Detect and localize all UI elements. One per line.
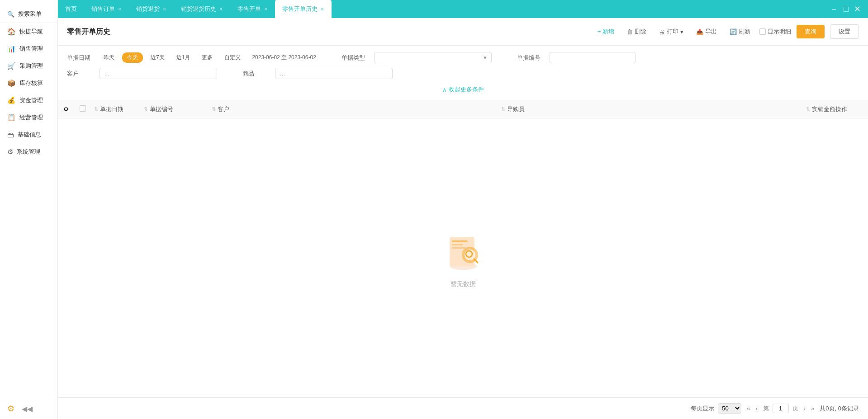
settings-button[interactable]: ⚙ [7,404,14,414]
query-button[interactable]: 查询 [797,25,825,38]
date-7days[interactable]: 近7天 [147,52,169,63]
sidebar-item-purchase[interactable]: 🛒 采购管理 [0,57,57,75]
pagination: 每页显示 10 20 50 100 « ‹ 第 页 › » 共0页, 0条记录 [58,397,868,419]
page-next-button[interactable]: › [802,404,807,413]
page-title: 零售开单历史 [67,27,110,37]
col-customer[interactable]: ⇅ 客户 [212,105,501,113]
page-nav: « ‹ 第 页 › » [745,404,816,414]
tab-retail-history[interactable]: 零售开单历史 ✕ [275,0,332,18]
tab-return[interactable]: 销货退货 ✕ [129,0,174,18]
sidebar-item-operation[interactable]: 📋 经营管理 [0,109,57,126]
window-maximize-button[interactable]: □ [844,5,849,14]
page-input[interactable] [773,404,789,413]
export-icon: 📤 [696,28,703,35]
tab-retail-history-close[interactable]: ✕ [320,6,324,12]
date-1month[interactable]: 近1月 [172,52,194,63]
select-all-checkbox[interactable] [80,105,86,112]
display-detail-checkbox[interactable] [759,28,766,35]
date-today[interactable]: 今天 [122,52,143,63]
delete-button[interactable]: 🗑 删除 [623,26,650,38]
sidebar-item-label: 销售管理 [19,45,43,53]
date-more[interactable]: 更多 [198,52,217,63]
col-check[interactable] [80,105,94,113]
export-button[interactable]: 📤 导出 [693,26,721,38]
display-detail-label: 显示明细 [768,28,791,36]
sidebar-item-label: 基础信息 [18,131,41,139]
window-minimize-button[interactable]: － [830,4,838,14]
collapse-button[interactable]: ∧ 收起更多条件 [442,85,484,94]
tab-home[interactable]: 首页 [58,0,84,18]
date-yesterday[interactable]: 昨天 [100,52,119,63]
search-icon: 🔍 [7,11,14,18]
setting-button[interactable]: 设置 [830,24,859,39]
tab-return-close[interactable]: ✕ [162,6,166,12]
date-range-display: 2023-06-02 至 2023-06-02 [252,54,316,61]
add-button[interactable]: + 新增 [594,26,618,38]
tab-return-history-label: 销货退货历史 [181,5,216,13]
page-prev-button[interactable]: ‹ [754,404,759,413]
finance-icon: 💰 [7,96,16,104]
chevron-up-icon: ∧ [442,86,447,93]
sidebar-collapse-button[interactable]: ◀◀ [22,405,33,413]
page-last-button[interactable]: » [809,404,816,413]
col-guide[interactable]: ⇅ 导购员 [501,105,546,113]
goods-input[interactable]: ... [275,68,393,79]
col-num[interactable]: ⇅ 单据编号 [144,105,212,113]
sidebar-item-inventory[interactable]: 📦 库存核算 [0,75,57,92]
sidebar-nav: 🔍 搜索采单 🏠 快捷导航 📊 销售管理 🛒 采购管理 📦 库存核算 💰 资金管… [0,0,57,398]
col-settings[interactable]: ⚙ [63,106,80,113]
print-button[interactable]: 🖨 打印 ▾ [655,26,687,38]
operation-icon: 📋 [7,113,16,122]
date-filter: 昨天 今天 近7天 近1月 更多 自定义 2023-06-02 至 2023-0… [100,52,316,63]
col-amount[interactable]: ⇅ 实销金额 [546,105,836,113]
sort-icon: ⇅ [94,106,98,112]
customer-input[interactable]: ... [100,68,217,79]
col-guide-label: 导购员 [507,105,525,113]
tab-sales-order[interactable]: 销售订单 ✕ [84,0,129,18]
sort-icon: ⇅ [501,106,505,112]
sidebar-item-quicknav[interactable]: 🏠 快捷导航 [0,23,57,40]
empty-state: 暂无数据 [58,118,868,397]
print-dropdown-icon: ▾ [680,28,683,35]
sidebar-bottom: ⚙ ◀◀ [0,398,57,419]
page-first-button[interactable]: « [745,404,752,413]
col-ops-label: 操作 [835,105,847,113]
refresh-button[interactable]: 🔄 刷新 [726,26,754,38]
tab-bar: 首页 销售订单 ✕ 销货退货 ✕ 销货退货历史 ✕ 零售开单 ✕ 零售开单历史 … [58,0,868,18]
per-page-select[interactable]: 10 20 50 100 [718,403,741,414]
page-word: 第 [761,404,771,414]
refresh-label: 刷新 [739,28,750,36]
sort-icon: ⇅ [144,106,148,112]
empty-text: 暂无数据 [451,280,476,288]
window-close-button[interactable]: ✕ [854,4,861,14]
date-custom[interactable]: 自定义 [220,52,245,63]
page-header: 零售开单历史 + 新增 🗑 删除 🖨 打印 ▾ 📤 导出 [58,18,868,46]
svg-rect-3 [452,244,463,245]
col-date[interactable]: ⇅ 单据日期 [94,105,144,113]
tab-retail-order[interactable]: 零售开单 ✕ [230,0,275,18]
sidebar-search[interactable]: 🔍 搜索采单 [0,5,57,23]
sidebar-item-basicinfo[interactable]: 🗃 基础信息 [0,126,57,143]
display-detail-button[interactable]: 显示明细 [759,28,791,36]
goods-label: 商品 [242,70,268,78]
col-date-label: 单据日期 [100,105,123,113]
page-label: 页 [791,404,800,414]
tab-retail-order-close[interactable]: ✕ [264,6,268,12]
tab-retail-history-label: 零售开单历史 [282,5,318,13]
sidebar-item-finance[interactable]: 💰 资金管理 [0,92,57,109]
svg-rect-2 [452,240,468,242]
tab-sales-order-close[interactable]: ✕ [118,6,122,12]
sidebar-item-system[interactable]: ⚙ 系统管理 [0,143,57,160]
collapse-row: ∧ 收起更多条件 [67,84,859,94]
col-num-label: 单据编号 [150,105,173,113]
sidebar-item-sales[interactable]: 📊 销售管理 [0,40,57,57]
collapse-label: 收起更多条件 [449,85,484,94]
customer-label: 客户 [67,70,92,78]
bill-num-input[interactable] [550,52,636,63]
tab-return-history[interactable]: 销货退货历史 ✕ [174,0,230,18]
bill-type-select[interactable]: ▾ [374,52,492,63]
tab-return-history-close[interactable]: ✕ [219,6,223,12]
sidebar-item-label: 资金管理 [19,96,43,104]
add-label: + 新增 [598,28,614,36]
sort-icon: ⇅ [806,106,810,112]
